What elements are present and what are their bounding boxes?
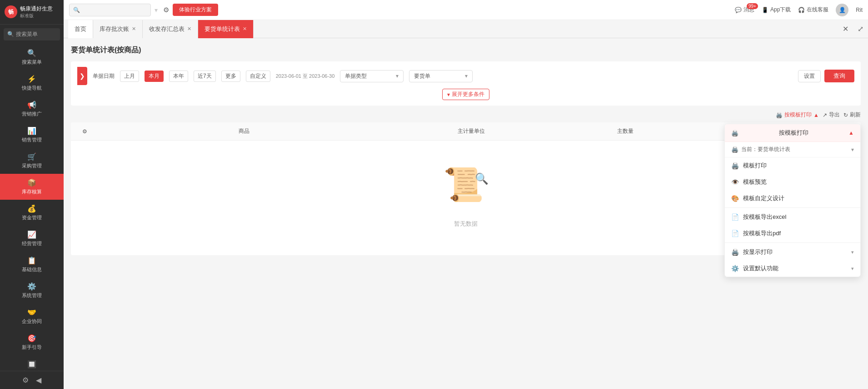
current-template-item[interactable]: 🖨️ 当前：要货单统计表 ▾ (725, 142, 860, 157)
topbar-gear-icon[interactable]: ⚙ (163, 6, 169, 14)
topbar-right: 💬 消息 99+ 📱 App下载 🎧 在线客服 👤 Rit (735, 4, 863, 16)
settings-btn[interactable]: 设置 (798, 70, 821, 82)
online-service-btn[interactable]: 🎧 在线客服 (798, 6, 828, 14)
date-btn-last-month[interactable]: 上月 (120, 71, 139, 82)
message-icon: 💬 (735, 7, 742, 13)
export-excel-item[interactable]: 📄 按模板导出excel (725, 209, 860, 225)
refresh-btn[interactable]: ↻ 刷新 (843, 111, 861, 119)
sidebar-item-search[interactable]: 🔍 搜索菜单 (0, 44, 64, 70)
export-icon: ↗ (823, 112, 827, 118)
tab-order-stats[interactable]: 要货单统计表 ✕ (198, 20, 254, 38)
inventory-icon: 📦 (27, 178, 36, 187)
display-print-item[interactable]: 🖨️ 按显示打印 ▾ (725, 244, 860, 260)
menu-separator-1 (725, 207, 860, 208)
topbar-search[interactable]: 🔍 (69, 4, 151, 16)
refresh-icon: ↻ (843, 112, 848, 118)
sidebar-item-system[interactable]: ⚙️ 系统管理 (0, 278, 64, 303)
tabs-bar: 首页 库存批次账 ✕ 收发存汇总表 ✕ 要货单统计表 ✕ ✕ ⤢ (64, 20, 868, 38)
goods-type-dropdown[interactable]: 要货单 ▾ (409, 70, 473, 82)
column-settings-icon[interactable]: ⚙ (82, 128, 87, 135)
sidebar-item-inventory[interactable]: 📦 库存核算 (0, 174, 64, 200)
download-icon: 📱 (762, 7, 768, 13)
operations-icon: 📈 (27, 230, 36, 239)
template-design-icon: 🎨 (731, 195, 738, 202)
sidebar-item-guide[interactable]: 🎯 新手引导 (0, 329, 64, 355)
col-unit: 主计量单位 (394, 127, 549, 135)
topbar: 🔍 ▾ ⚙ 体验行业方案 💬 消息 99+ 📱 App下载 🎧 在线客服 👤 R… (64, 0, 868, 20)
sidebar-item-finance[interactable]: 💰 资金管理 (0, 200, 64, 226)
tab-home[interactable]: 首页 (68, 20, 93, 38)
close-tab-stock-summary[interactable]: ✕ (187, 26, 191, 32)
export-pdf-item[interactable]: 📄 按模板导出pdf (725, 225, 860, 242)
date-btn-7days[interactable]: 近7天 (194, 71, 216, 82)
col-quantity: 主数量 (548, 127, 702, 135)
display-print-icon: 🖨️ (731, 248, 738, 256)
system-icon: ⚙️ (27, 282, 36, 291)
app-download-btn[interactable]: 📱 App下载 (762, 6, 791, 14)
menu-separator-2 (725, 242, 860, 243)
col-product: 商品 (94, 127, 394, 135)
search-nav-icon: 🔍 (27, 49, 36, 57)
filter-row: ❯ 单据日期 上月 本月 本年 近7天 更多 自定义 2023-06-01 至 … (77, 67, 854, 85)
expand-more-btn[interactable]: ▾ 展开更多条件 (442, 89, 489, 100)
tab-stock-summary[interactable]: 收发存汇总表 ✕ (143, 20, 198, 38)
username-label: Rit (856, 7, 863, 13)
current-template-arrow: ▾ (851, 147, 854, 153)
sidebar: 畅 畅康通好生意 标准版 🔍 搜索菜单 🔍 搜索菜单 ⚡ 快捷导航 📢 营销推广… (0, 0, 64, 389)
quicknav-icon: ⚡ (27, 75, 36, 83)
query-btn[interactable]: 查询 (824, 70, 854, 82)
printer-icon: 🖨️ (776, 112, 783, 118)
search-icon: 🔍 (7, 31, 14, 37)
template-print-item[interactable]: 🖨️ 模板打印 (725, 157, 860, 174)
sidebar-item-appcenter[interactable]: 🔲 应用中心 (0, 355, 64, 371)
message-btn[interactable]: 💬 消息 99+ (735, 6, 754, 14)
export-btn[interactable]: ↗ 导出 (823, 111, 840, 119)
date-btn-this-year[interactable]: 本年 (169, 71, 188, 82)
dropdown-arrow-icon: ▾ (396, 73, 399, 79)
date-btn-more[interactable]: 更多 (221, 71, 240, 82)
guide-icon: 🎯 (27, 334, 36, 343)
collab-icon: 🤝 (27, 308, 36, 317)
template-preview-item[interactable]: 👁️ 模板预览 (725, 174, 860, 190)
date-btn-custom[interactable]: 自定义 (246, 71, 270, 82)
tab-inventory-batch[interactable]: 库存批次账 ✕ (93, 20, 143, 38)
close-tab-order-stats[interactable]: ✕ (243, 26, 247, 32)
date-btn-this-month[interactable]: 本月 (145, 71, 164, 82)
sales-icon: 📊 (27, 126, 36, 135)
chevron-down-icon: ▾ (447, 91, 450, 98)
order-type-dropdown[interactable]: 单据类型 ▾ (340, 70, 404, 82)
maximize-window-btn[interactable]: ⤢ (853, 25, 868, 33)
collapse-icon[interactable]: ◀ (36, 376, 41, 384)
app-logo-icon: 畅 (5, 5, 17, 18)
sidebar-footer: ⚙ ◀ (0, 371, 64, 389)
headset-icon: 🎧 (798, 7, 805, 13)
app-name: 畅康通好生意 标准版 (20, 5, 53, 19)
close-window-btn[interactable]: ✕ (838, 25, 853, 33)
trial-btn[interactable]: 体验行业方案 (173, 4, 218, 16)
sidebar-search[interactable]: 🔍 搜索菜单 (4, 28, 60, 40)
sidebar-item-operations[interactable]: 📈 经营管理 (0, 226, 64, 252)
close-tab-inventory-batch[interactable]: ✕ (132, 26, 136, 32)
set-default-icon: ⚙️ (731, 265, 738, 272)
template-design-item[interactable]: 🎨 模板自定义设计 (725, 190, 860, 207)
empty-icon: 📜 🔍 (443, 168, 489, 213)
print-dropdown-header: 🖨️ 按模板打印 ▲ (725, 124, 860, 142)
main-area: 🔍 ▾ ⚙ 体验行业方案 💬 消息 99+ 📱 App下载 🎧 在线客服 👤 R… (64, 0, 868, 389)
topbar-search-icon: 🔍 (73, 7, 80, 13)
set-default-item[interactable]: ⚙️ 设置默认功能 ▾ (725, 260, 860, 277)
sidebar-item-quicknav[interactable]: ⚡ 快捷导航 (0, 70, 64, 96)
expand-filter-btn[interactable]: ❯ (77, 67, 87, 85)
tabs-bar-right: ✕ ⤢ (838, 25, 868, 33)
sidebar-item-sales[interactable]: 📊 销售管理 (0, 122, 64, 148)
dropdown-collapse-icon[interactable]: ▲ (848, 130, 854, 136)
sidebar-item-purchase[interactable]: 🛒 采购管理 (0, 148, 64, 174)
user-avatar[interactable]: 👤 (836, 4, 848, 16)
sidebar-item-marketing[interactable]: 📢 营销推广 (0, 96, 64, 122)
print-template-btn[interactable]: 🖨️ 按模板打印 ▲ (776, 111, 819, 119)
sidebar-item-collab[interactable]: 🤝 企业协同 (0, 303, 64, 329)
dropdown-goods-arrow-icon: ▾ (465, 73, 468, 79)
settings-footer-icon[interactable]: ⚙ (22, 376, 29, 384)
col-settings[interactable]: ⚙ (75, 128, 94, 135)
sidebar-item-basic-info[interactable]: 📋 基础信息 (0, 252, 64, 278)
topbar-dropdown-arrow[interactable]: ▾ (155, 6, 158, 14)
